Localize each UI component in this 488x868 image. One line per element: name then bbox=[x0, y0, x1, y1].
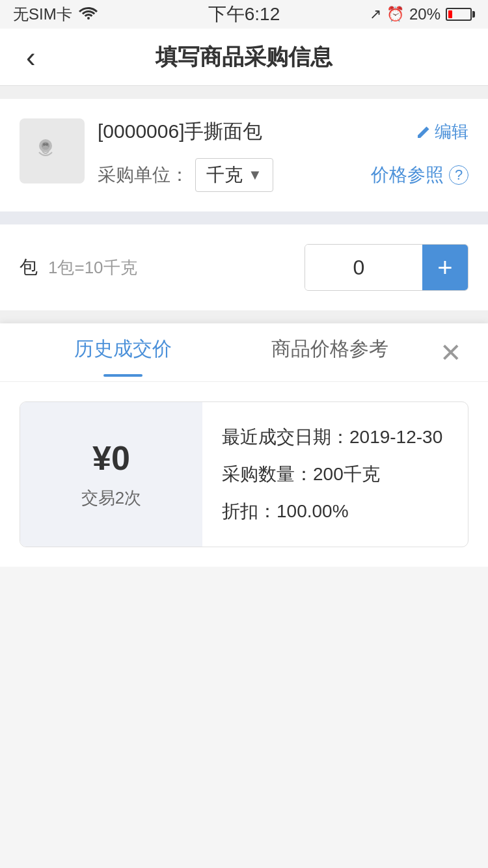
unit-selector-group: 采购单位： 千克 ▼ bbox=[98, 158, 273, 192]
quantity-row: 包 1包=10千克 + bbox=[0, 224, 488, 310]
product-header: [0000006]手撕面包 编辑 bbox=[98, 118, 468, 145]
quantity-plus-button[interactable]: + bbox=[422, 245, 468, 290]
battery-percent: 20% bbox=[409, 5, 441, 23]
product-unit-row: 采购单位： 千克 ▼ 价格参照 ? bbox=[98, 158, 468, 192]
discount-row: 折扣：100.00% bbox=[222, 498, 448, 524]
wifi-icon bbox=[79, 5, 98, 23]
purchase-quantity-row: 采购数量：200千克 bbox=[222, 461, 448, 487]
status-left: 无SIM卡 bbox=[13, 4, 98, 25]
dropdown-arrow: ▼ bbox=[248, 167, 262, 183]
unit-label: 采购单位： bbox=[98, 163, 189, 187]
product-name: [0000006]手撕面包 bbox=[98, 118, 262, 145]
history-price: ¥0 bbox=[92, 439, 130, 478]
tab-price-reference[interactable]: 商品价格参考 bbox=[226, 336, 433, 369]
history-list: ¥0 交易2次 最近成交日期：2019-12-30 采购数量：200千克 折扣：… bbox=[0, 382, 488, 567]
product-card: [0000006]手撕面包 编辑 采购单位： 千克 ▼ 价格参照 ? bbox=[0, 99, 488, 211]
unit-badge: 包 bbox=[20, 255, 38, 280]
unit-select[interactable]: 千克 ▼ bbox=[195, 158, 273, 192]
svg-point-3 bbox=[46, 143, 48, 146]
edit-button[interactable]: 编辑 bbox=[416, 120, 468, 143]
status-bar: 无SIM卡 下午6:12 ↗ ⏰ 20% bbox=[0, 0, 488, 29]
tab-history-price[interactable]: 历史成交价 bbox=[20, 336, 226, 369]
recent-date-row: 最近成交日期：2019-12-30 bbox=[222, 424, 448, 450]
help-icon: ? bbox=[449, 165, 468, 185]
tabs: 历史成交价 商品价格参考 ✕ bbox=[0, 323, 488, 382]
svg-point-2 bbox=[43, 143, 46, 146]
quantity-input[interactable] bbox=[305, 245, 422, 290]
section-divider bbox=[0, 211, 488, 224]
status-right: ↗ ⏰ 20% bbox=[370, 5, 475, 23]
bottom-sheet: 历史成交价 商品价格参考 ✕ ¥0 交易2次 最近成交日期：2019-12-30… bbox=[0, 323, 488, 567]
product-image bbox=[20, 118, 85, 183]
nav-bar: ‹ 填写商品采购信息 bbox=[0, 29, 488, 86]
history-card: ¥0 交易2次 最近成交日期：2019-12-30 采购数量：200千克 折扣：… bbox=[20, 401, 468, 547]
price-reference-button[interactable]: 价格参照 ? bbox=[371, 163, 468, 187]
carrier-label: 无SIM卡 bbox=[13, 4, 72, 25]
back-button[interactable]: ‹ bbox=[20, 36, 42, 78]
unit-equiv: 1包=10千克 bbox=[48, 256, 137, 279]
battery-icon bbox=[446, 8, 475, 21]
page-title: 填写商品采购信息 bbox=[156, 42, 332, 72]
svg-point-4 bbox=[42, 146, 49, 150]
history-card-left: ¥0 交易2次 bbox=[20, 402, 202, 547]
history-card-right: 最近成交日期：2019-12-30 采购数量：200千克 折扣：100.00% bbox=[202, 402, 468, 547]
location-icon: ↗ bbox=[370, 6, 381, 23]
history-transactions: 交易2次 bbox=[81, 487, 141, 509]
page-background bbox=[0, 567, 488, 868]
status-time: 下午6:12 bbox=[208, 2, 280, 27]
product-info: [0000006]手撕面包 编辑 采购单位： 千克 ▼ 价格参照 ? bbox=[98, 118, 468, 192]
alarm-icon: ⏰ bbox=[386, 6, 404, 23]
close-button[interactable]: ✕ bbox=[433, 331, 468, 374]
quantity-left: 包 1包=10千克 bbox=[20, 255, 137, 280]
quantity-control: + bbox=[305, 244, 468, 291]
